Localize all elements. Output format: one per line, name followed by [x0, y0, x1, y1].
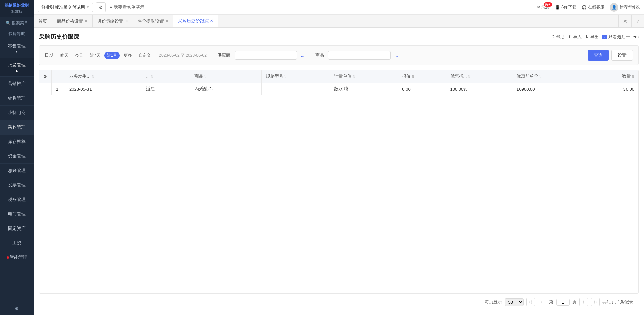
message-button[interactable]: ✉ 消息 99+ — [537, 4, 549, 10]
version-selector[interactable]: 好业财标准版交付试用 ▾ — [38, 3, 93, 12]
page-size-select[interactable]: 20 50 100 — [505, 298, 524, 306]
tab-product-price-label: 商品价格设置 — [57, 18, 83, 24]
setting-button[interactable]: 设置 — [611, 50, 633, 61]
tab-purchase-strategy[interactable]: 进价策略设置 ✕ — [93, 15, 133, 28]
sidebar-item-wholesale[interactable]: 批发管理 ▲ — [0, 58, 34, 77]
main-area: 好业财标准版交付试用 ▾ ⚙ ● 我要看实例演示 ✉ 消息 99+ 📱 App下… — [34, 0, 644, 315]
date-filter-label: 日期 — [45, 52, 53, 58]
tab-sale-price-label: 售价提取设置 — [138, 18, 164, 24]
sidebar-settings-icon[interactable]: ⚙ — [0, 302, 34, 315]
play-icon: ● — [110, 5, 112, 10]
date-opt-more[interactable]: 更多 — [121, 52, 135, 59]
th-extra[interactable]: ... ⇅ — [142, 70, 190, 83]
th-price[interactable]: 报价 ⇅ — [398, 70, 446, 83]
sidebar-item-sales[interactable]: 销售管理 — [0, 91, 34, 106]
sidebar-item-fixed-assets[interactable]: 固定资产 — [0, 221, 34, 236]
date-opt-today[interactable]: 今天 — [72, 52, 86, 59]
product-text-input[interactable] — [331, 53, 388, 58]
user-menu[interactable]: 👤 徐泽华修改 — [610, 3, 640, 12]
close-tab-button[interactable]: ✕ — [618, 15, 631, 28]
tab-home[interactable]: 首页 — [34, 15, 52, 28]
tab-product-price[interactable]: 商品价格设置 ✕ — [52, 15, 93, 28]
th-discount-label: 优惠折... — [450, 73, 467, 79]
sidebar-item-smart[interactable]: 智能管理 — [0, 250, 34, 265]
demo-button[interactable]: ● 我要看实例演示 — [110, 4, 144, 10]
sidebar-item-marketing[interactable]: 营销推广 — [0, 77, 34, 91]
td-unit: 散水 吨 — [330, 83, 398, 95]
page-header: 采购历史价跟踪 ? 帮助 ⬆ 导入 ⬇ 导出 ✓ 只看最后一item — [39, 33, 639, 41]
data-table-container: ⚙ 业务发生... ⇅ ... ⇅ — [39, 70, 639, 294]
sidebar-item-ecommerce-small[interactable]: 小畅电商 — [0, 106, 34, 120]
th-quantity-label: 数量 — [622, 73, 631, 79]
sort-icon: ⇅ — [539, 75, 542, 78]
sidebar-item-retail[interactable]: 零售管理 ▼ — [0, 39, 34, 58]
app-download-button[interactable]: 📱 App下载 — [555, 4, 576, 10]
supplier-input[interactable] — [235, 51, 297, 60]
tab-purchase-strategy-label: 进价策略设置 — [97, 18, 123, 24]
help-icon: ? — [552, 34, 554, 39]
sidebar-tax-label: 税务管理 — [8, 197, 26, 203]
sidebar-item-finance[interactable]: 资金管理 — [0, 149, 34, 164]
filter-actions: 查询 设置 — [588, 50, 633, 61]
sidebar-item-search[interactable]: 🔍 搜索菜单 — [0, 18, 34, 29]
page-input[interactable] — [556, 299, 570, 306]
settings-button[interactable]: ⚙ — [96, 2, 106, 12]
sidebar-ecommerce-label: 电商管理 — [8, 211, 26, 217]
first-page-button[interactable]: ⟨⟨ — [526, 298, 535, 306]
prev-page-button[interactable]: ⟨ — [538, 298, 546, 306]
th-before-price-label: 优惠前单价 — [516, 73, 538, 79]
tab-purchase-history-label: 采购历史价跟踪 — [178, 18, 209, 24]
td-product: 丙烯酸-2-... — [190, 83, 262, 95]
last-page-button[interactable]: ⟩⟩ — [591, 298, 600, 306]
tabbar-controls: ✕ ⤢ — [618, 15, 644, 28]
close-icon[interactable]: ✕ — [84, 19, 87, 23]
date-opt-yesterday[interactable]: 昨天 — [58, 52, 71, 59]
checkbox-checked-icon: ✓ — [602, 35, 607, 39]
next-page-button[interactable]: ⟩ — [579, 298, 588, 306]
date-opt-custom[interactable]: 自定义 — [136, 52, 153, 59]
sidebar-item-quick-nav[interactable]: 快捷导航 — [0, 29, 34, 39]
sidebar-item-invoice[interactable]: 发票管理 — [0, 178, 34, 193]
th-date[interactable]: 业务发生... ⇅ — [65, 70, 142, 83]
close-icon[interactable]: ✕ — [125, 19, 128, 23]
th-quantity[interactable]: 数量 ⇅ — [591, 70, 638, 83]
date-opt-7days[interactable]: 近7天 — [87, 52, 103, 59]
help-button[interactable]: ? 帮助 — [552, 34, 565, 40]
supplier-text-input[interactable] — [238, 53, 294, 58]
query-button[interactable]: 查询 — [588, 50, 609, 61]
maximize-button[interactable]: ⤢ — [631, 15, 644, 28]
sidebar-item-tax[interactable]: 税务管理 — [0, 193, 34, 207]
sidebar-item-salary[interactable]: 工资 — [0, 236, 34, 250]
app-name: 畅捷通好业财 — [5, 3, 29, 8]
gear-icon: ⚙ — [99, 5, 103, 10]
th-unit[interactable]: 计量单位 ⇅ — [330, 70, 398, 83]
td-gear — [39, 83, 52, 95]
sidebar-item-inventory[interactable]: 库存核算 — [0, 135, 34, 149]
data-table: ⚙ 业务发生... ⇅ ... ⇅ — [39, 70, 638, 95]
tab-sale-price[interactable]: 售价提取设置 ✕ — [133, 15, 173, 28]
th-gear[interactable]: ⚙ — [39, 70, 52, 83]
close-icon[interactable]: ✕ — [165, 19, 168, 23]
th-product[interactable]: 商品 ⇅ — [190, 70, 262, 83]
close-icon[interactable]: ✕ — [210, 19, 213, 23]
only-last-checkbox[interactable]: ✓ 只看最后一item — [602, 34, 639, 40]
product-more-btn[interactable]: ... — [395, 53, 398, 58]
import-button[interactable]: ⬆ 导入 — [568, 34, 582, 40]
sidebar-invoice-label: 发票管理 — [8, 182, 26, 188]
date-opt-1month[interactable]: 近1月 — [104, 52, 120, 59]
export-button[interactable]: ⬇ 导出 — [585, 34, 599, 40]
sidebar-item-ecommerce[interactable]: 电商管理 — [0, 207, 34, 221]
supplier-more-btn[interactable]: ... — [301, 53, 305, 58]
tabbar: 首页 商品价格设置 ✕ 进价策略设置 ✕ 售价提取设置 ✕ 采购历史价跟踪 ✕ … — [34, 15, 644, 28]
td-date: 2023-05-31 — [65, 83, 142, 95]
sidebar-item-purchase[interactable]: 采购管理 — [0, 120, 34, 135]
th-num — [52, 70, 65, 83]
online-service-button[interactable]: 🎧 在线客服 — [582, 4, 604, 10]
product-input[interactable] — [328, 51, 391, 60]
th-spec[interactable]: 规格型号 ⇅ — [261, 70, 330, 83]
page-content: 采购历史价跟踪 ? 帮助 ⬆ 导入 ⬇ 导出 ✓ 只看最后一item — [34, 28, 644, 315]
tab-purchase-history[interactable]: 采购历史价跟踪 ✕ — [173, 15, 218, 28]
th-before-price[interactable]: 优惠前单价 ⇅ — [512, 70, 591, 83]
sidebar-item-general[interactable]: 总账管理 — [0, 164, 34, 178]
th-discount[interactable]: 优惠折... ⇅ — [446, 70, 512, 83]
